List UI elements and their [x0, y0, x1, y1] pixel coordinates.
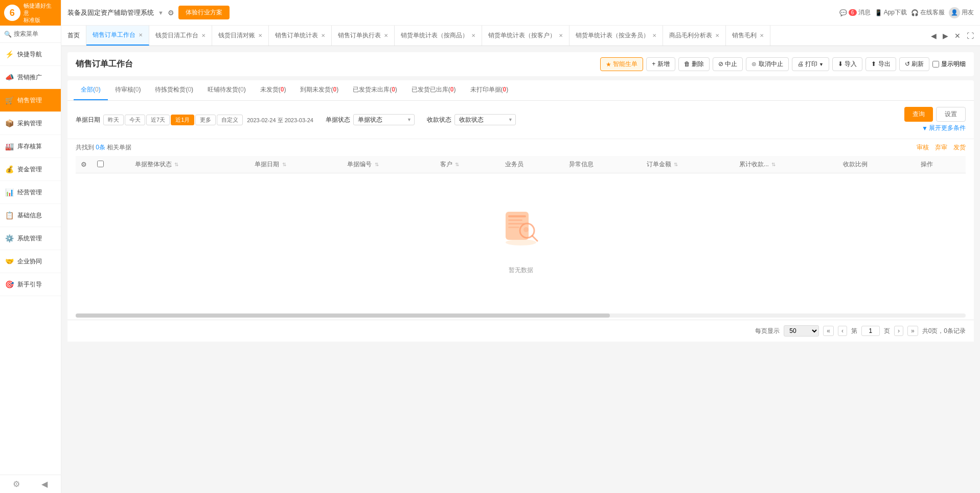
sub-tab-shipped-out[interactable]: 已发货已出库(0)	[404, 80, 463, 100]
sub-tab-pending-inspect[interactable]: 待拣货检货(0)	[148, 80, 200, 100]
sidebar-item-marketing[interactable]: 📣 营销推广	[0, 66, 61, 89]
tab-sales-exec[interactable]: 销售订单执行表 ✕	[332, 26, 395, 46]
show-detail-label[interactable]: 显示明细	[932, 60, 966, 69]
page-last-btn[interactable]: »	[907, 326, 918, 336]
status-select[interactable]: 单据状态	[353, 114, 415, 125]
sidebar-item-sys-mgmt[interactable]: ⚙️ 系统管理	[0, 227, 61, 250]
date-btn-today[interactable]: 今天	[125, 115, 145, 125]
tab-gross-margin[interactable]: 商品毛利分析表 ✕	[663, 26, 726, 46]
import-btn[interactable]: ⬇ 导入	[832, 57, 862, 71]
date-btn-custom[interactable]: 自定义	[217, 115, 243, 125]
scrollbar-thumb[interactable]	[76, 313, 610, 318]
sidebar-settings-btn[interactable]: ⚙	[4, 479, 29, 489]
tab-sales-workbench[interactable]: 销售订单工作台 ✕	[86, 26, 149, 46]
page-prev-btn[interactable]: ‹	[838, 326, 847, 336]
dropdown-icon[interactable]: ▼	[158, 10, 164, 16]
tab-cash-reconcile[interactable]: 钱货日清对账 ✕	[212, 26, 269, 46]
tab-close-gross-margin[interactable]: ✕	[715, 33, 719, 38]
tab-close-staff[interactable]: ✕	[652, 33, 656, 38]
gear-icon[interactable]: ⚙	[81, 161, 87, 168]
tab-sales-stat-staff[interactable]: 销货单统计表（按业务员） ✕	[569, 26, 663, 46]
sidebar-item-base-info[interactable]: 📋 基础信息	[0, 204, 61, 227]
sub-tab-all[interactable]: 全部(0)	[74, 80, 108, 100]
ship-action-btn[interactable]: 发货	[953, 143, 966, 152]
tab-close-sales-stats[interactable]: ✕	[321, 33, 325, 38]
tab-close-cash-daily[interactable]: ✕	[201, 33, 206, 38]
settings-filter-btn[interactable]: 设置	[936, 107, 966, 122]
tab-maximize-btn[interactable]: ⛶	[965, 31, 976, 41]
refresh-btn[interactable]: ↺ 刷新	[899, 57, 929, 71]
industry-solution-btn[interactable]: 体验行业方案	[178, 6, 230, 19]
table-th-ratio: 收款比例	[838, 156, 915, 173]
app-download-link[interactable]: 📱 App下载	[875, 8, 907, 17]
table-th-collected[interactable]: 累计收款... ⇅	[734, 156, 838, 173]
page-next-btn[interactable]: ›	[894, 326, 903, 336]
sidebar-collapse-btn[interactable]: ◀	[33, 479, 57, 489]
export-btn[interactable]: ⬆ 导出	[865, 57, 896, 71]
sidebar-item-operations[interactable]: 📊 经营管理	[0, 181, 61, 204]
tab-close-sales-exec[interactable]: ✕	[384, 33, 388, 38]
tab-close-sales-workbench[interactable]: ✕	[139, 32, 143, 38]
table-th-date[interactable]: 单据日期 ⇅	[249, 156, 342, 173]
tab-sales-profit[interactable]: 销售毛利 ✕	[726, 26, 770, 46]
per-page-select[interactable]: 50 20 100	[784, 325, 819, 337]
tab-close-customer[interactable]: ✕	[559, 33, 563, 38]
sidebar-item-guide[interactable]: 🎯 新手引导	[0, 273, 61, 296]
date-btn-1month[interactable]: 近1月	[171, 115, 194, 125]
query-btn[interactable]: 查询	[904, 107, 933, 122]
user-profile-link[interactable]: 👤 用友	[949, 7, 974, 18]
expand-more-btn[interactable]: ▼ 展开更多条件	[922, 124, 966, 132]
table-th-customer[interactable]: 客户 ⇅	[435, 156, 500, 173]
online-service-link[interactable]: 🎧 在线客服	[911, 8, 945, 17]
sidebar-item-enterprise[interactable]: 🤝 企业协同	[0, 250, 61, 273]
stop-btn[interactable]: ⊘ 中止	[713, 57, 743, 71]
sidebar-item-quick-nav[interactable]: ⚡ 快捷导航	[0, 43, 61, 66]
date-btn-7days[interactable]: 近7天	[146, 115, 170, 125]
tab-close-all-btn[interactable]: ✕	[952, 31, 963, 41]
tab-sales-stats[interactable]: 销售订单统计表 ✕	[269, 26, 332, 46]
table-th-number[interactable]: 单据编号 ⇅	[342, 156, 435, 173]
page-number-input[interactable]: 1	[861, 326, 880, 336]
sub-tab-not-shipped[interactable]: 未发货(0)	[253, 80, 293, 100]
sub-tab-wangpu[interactable]: 旺铺待发货(0)	[200, 80, 253, 100]
tab-close-cash-reconcile[interactable]: ✕	[258, 33, 262, 38]
sidebar-item-purchase-mgmt[interactable]: 📦 采购管理	[0, 112, 61, 135]
tab-home[interactable]: 首页	[61, 26, 86, 46]
tab-sales-stat-customer[interactable]: 销货单统计表（按客户） ✕	[482, 26, 569, 46]
gear-settings-icon[interactable]: ⚙	[168, 9, 174, 17]
tab-close-sales-profit[interactable]: ✕	[760, 33, 764, 38]
page-first-btn[interactable]: «	[823, 326, 834, 336]
tab-prev-btn[interactable]: ◀	[929, 31, 939, 41]
smart-gen-btn[interactable]: ★ 智能生单	[600, 57, 643, 71]
cancel-audit-action-btn[interactable]: 弃审	[935, 143, 947, 152]
delete-btn[interactable]: 🗑 删除	[678, 57, 710, 71]
select-all-checkbox[interactable]	[97, 161, 104, 167]
sub-tab-shipped-not-out[interactable]: 已发货未出库(0)	[346, 80, 404, 100]
sidebar-item-sales-mgmt[interactable]: 🛒 销售管理	[0, 89, 61, 112]
sidebar-item-search[interactable]: 🔍 搜索菜单	[0, 26, 61, 43]
sub-tab-expired-not-shipped[interactable]: 到期未发货(0)	[293, 80, 346, 100]
tab-sales-stat-product[interactable]: 销货单统计表（按商品） ✕	[395, 26, 482, 46]
date-btn-yesterday[interactable]: 昨天	[103, 115, 124, 125]
sub-tab-not-printed[interactable]: 未打印单据(0)	[463, 80, 516, 100]
table-th-amount[interactable]: 订单金额 ⇅	[642, 156, 734, 173]
show-detail-checkbox[interactable]	[932, 61, 939, 68]
date-btn-more[interactable]: 更多	[195, 115, 216, 125]
sidebar-item-finance[interactable]: 💰 资金管理	[0, 158, 61, 181]
horizontal-scrollbar[interactable]	[76, 313, 966, 318]
sub-tab-pending-audit[interactable]: 待审核(0)	[108, 80, 148, 100]
cancel-stop-btn[interactable]: ⊙ 取消中止	[746, 57, 788, 71]
table-th-status[interactable]: 单据整体状态 ⇅	[130, 156, 250, 173]
add-btn[interactable]: + 新增	[646, 57, 675, 71]
table-th-staff[interactable]: 业务员	[500, 156, 564, 173]
sidebar-item-inventory[interactable]: 🏭 库存核算	[0, 135, 61, 158]
table-th-abnormal[interactable]: 异常信息	[564, 156, 641, 173]
tab-close-product[interactable]: ✕	[471, 33, 475, 38]
filter-status-group: 单据状态 单据状态	[326, 114, 415, 125]
tab-next-btn[interactable]: ▶	[941, 31, 950, 41]
audit-action-btn[interactable]: 审核	[917, 143, 929, 152]
tab-cash-daily[interactable]: 钱货日清工作台 ✕	[149, 26, 212, 46]
message-link[interactable]: 💬 6 消息	[839, 8, 871, 17]
payment-select[interactable]: 收款状态	[454, 114, 516, 125]
print-btn[interactable]: 🖨 打印 ▼	[792, 57, 829, 71]
